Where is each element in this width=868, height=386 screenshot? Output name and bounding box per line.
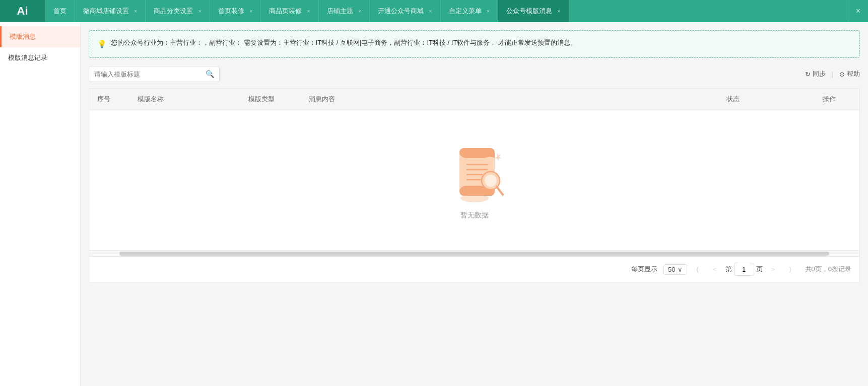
search-button[interactable]: 🔍 (206, 70, 214, 78)
notice-icon: 💡 (97, 38, 107, 50)
logo: Ai (0, 0, 45, 22)
table-header: 序号 模版名称 模版类型 消息内容 状态 操作 (89, 89, 859, 110)
col-type: 模版类型 (240, 89, 301, 110)
svg-line-7 (497, 187, 503, 195)
search-input-wrap: 🔍 (89, 66, 220, 82)
total-info: 共0页，0条记录 (805, 265, 851, 274)
prev-page-button[interactable]: ＜ (708, 263, 721, 276)
top-nav: Ai 首页 微商城店铺设置 × 商品分类设置 × 首页装修 × 商品页装修 × … (0, 0, 868, 22)
empty-text: 暂无数据 (460, 211, 489, 220)
scrollbar-thumb[interactable] (119, 252, 829, 256)
first-page-button[interactable]: ⟨ (691, 263, 704, 276)
empty-svg (444, 140, 510, 206)
close-tab-product-decoration[interactable]: × (307, 8, 310, 14)
close-tab-template-msg[interactable]: × (557, 8, 560, 14)
scrollbar-area[interactable] (89, 250, 859, 256)
tab-product-decoration[interactable]: 商品页装修 × (261, 0, 318, 22)
last-page-button[interactable]: ⟩ (784, 263, 797, 276)
tab-template-msg[interactable]: 公众号模版消息 × (498, 0, 569, 22)
tab-custom-menu[interactable]: 自定义菜单 × (441, 0, 498, 22)
divider: | (832, 70, 833, 78)
tab-open-mall[interactable]: 开通公众号商城 × (370, 0, 440, 22)
col-content: 消息内容 (301, 89, 718, 110)
content-area: 💡 您的公众号行业为：主营行业：，副营行业： 需要设置为：主营行业：IT科技 /… (81, 22, 868, 386)
close-tab-home-decoration[interactable]: × (249, 8, 252, 14)
close-tab-category[interactable]: × (198, 8, 201, 14)
close-all-button[interactable]: × (848, 0, 868, 22)
help-button[interactable]: ⊙ 帮助 (839, 69, 860, 79)
tab-category-settings[interactable]: 商品分类设置 × (146, 0, 210, 22)
search-actions: ↻ 同步 | ⊙ 帮助 (805, 69, 860, 79)
sync-button[interactable]: ↻ 同步 (805, 69, 826, 79)
close-tab-store-settings[interactable]: × (134, 8, 137, 14)
empty-illustration (444, 140, 505, 201)
next-page-button[interactable]: ＞ (767, 263, 780, 276)
search-input[interactable] (94, 70, 206, 78)
empty-state: 暂无数据 (89, 110, 859, 250)
close-tab-open-mall[interactable]: × (429, 8, 432, 14)
tab-store-settings[interactable]: 微商城店铺设置 × (75, 0, 146, 22)
tab-store-theme[interactable]: 店铺主题 × (319, 0, 370, 22)
pagination-row: 每页显示 50 ∨ ⟨ ＜ 第 页 ＞ (89, 256, 859, 282)
sync-icon: ↻ (805, 70, 811, 78)
col-action: 操作 (799, 89, 859, 110)
notice-box: 💡 您的公众号行业为：主营行业：，副营行业： 需要设置为：主营行业：IT科技 /… (89, 30, 860, 58)
help-icon: ⊙ (839, 70, 845, 78)
col-name: 模版名称 (129, 89, 240, 110)
svg-point-6 (485, 175, 497, 187)
col-seq: 序号 (89, 89, 129, 110)
table-wrap: 序号 模版名称 模版类型 消息内容 状态 操作 (89, 88, 860, 282)
page-input[interactable] (734, 263, 754, 276)
close-tab-custom-menu[interactable]: × (487, 8, 490, 14)
tab-home-decoration[interactable]: 首页装修 × (210, 0, 261, 22)
sidebar-item-template-msg-record[interactable]: 模版消息记录 (0, 47, 80, 68)
page-input-wrap: 第 页 (725, 263, 763, 276)
col-status: 状态 (718, 89, 799, 110)
sidebar-item-template-msg[interactable]: 模版消息 (0, 26, 80, 47)
tab-home[interactable]: 首页 (45, 0, 75, 22)
page-size-select[interactable]: 50 ∨ (663, 264, 687, 275)
notice-text: 您的公众号行业为：主营行业：，副营行业： 需要设置为：主营行业：IT科技 / 互… (111, 38, 577, 48)
close-tab-store-theme[interactable]: × (358, 8, 361, 14)
search-row: 🔍 ↻ 同步 | ⊙ 帮助 (89, 66, 860, 82)
main-layout: 模版消息 模版消息记录 💡 您的公众号行业为：主营行业：，副营行业： 需要设置为… (0, 22, 868, 386)
sidebar: 模版消息 模版消息记录 (0, 22, 81, 386)
chevron-down-icon: ∨ (678, 266, 683, 273)
